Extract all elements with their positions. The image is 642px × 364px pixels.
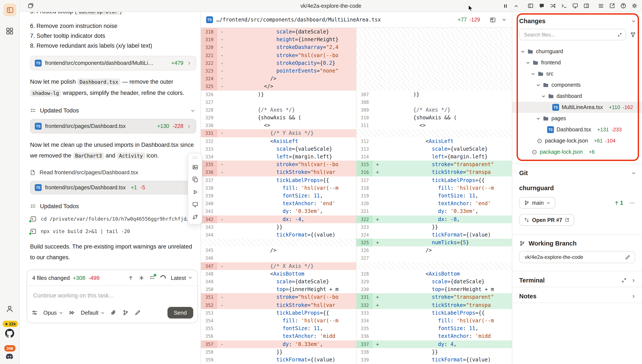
diff-line: 332 <AxisLeft [201,137,356,145]
gear-icon[interactable] [631,2,638,9]
edit-pen-icon[interactable] [135,310,141,316]
collapse-up-icon[interactable] [513,3,519,9]
git-section-header[interactable]: Git [512,164,642,180]
changes-section-header[interactable]: Changes [512,12,642,28]
line-number: 327 [201,98,217,106]
attachment-icon[interactable] [111,310,117,316]
json-lock-icon [537,138,542,144]
inline-code: backdrop-blur [77,12,120,15]
tree-file-MultiLineArea.tsx[interactable]: TSMultiLineArea.tsx+110-162 [512,102,642,113]
diff-line: 325- </> [201,83,356,90]
github-icon[interactable] [5,329,14,338]
branch-select[interactable]: main [519,197,555,208]
fast-forward-icon[interactable] [69,310,75,316]
notes-section-header[interactable]: Notes [512,287,642,302]
terminal-command-row[interactable]: cd /private/var/folders/10/h7w0q46556ggr… [30,216,196,222]
read-file-row[interactable]: Read frontend/src/pages/Dashboard.tsx [30,169,196,176]
model-select[interactable]: Opus [43,310,63,316]
monitor-icon[interactable] [572,2,578,9]
terminal-section-header[interactable]: Terminal [512,271,642,287]
edit-pen-icon[interactable] [625,254,630,260]
search-input[interactable] [523,31,614,38]
panel-left-icon[interactable] [527,2,534,9]
diff-line: 328 {/* Axes */} [201,106,356,114]
code-text: textAnchor: 'midd [382,332,512,340]
copy-icon[interactable] [189,174,201,185]
tree-file-package-lock.json[interactable]: package-lock.json+61-104 [512,135,642,146]
file-change-chip-dashboard-2[interactable]: TS frontend/src/pages/Dashboard.tsx +1 -… [30,181,196,194]
changes-summary-bar[interactable]: 4 files changed +308 -499 [27,270,198,286]
folder-icon [532,60,538,65]
working-branch-input[interactable] [524,254,625,260]
diff-row: 359 tickFormat={(value)339 tickFormat={(… [201,356,512,364]
chevron-down-icon[interactable] [631,19,636,24]
help-icon[interactable] [620,2,626,9]
chevron-right-icon[interactable] [631,294,636,298]
screenshot-icon[interactable] [189,162,201,172]
tree-file-Dashboard.tsx[interactable]: TSDashboard.tsx+131-233 [512,124,642,135]
updated-todos-row[interactable]: Updated Todos [30,203,196,210]
workspace-button[interactable] [4,4,16,16]
monitor-icon[interactable] [189,199,201,210]
file-name: churnguard [536,48,563,54]
typescript-icon: TS [206,16,213,23]
chevron-down-icon[interactable] [631,170,636,175]
todo-status-icon[interactable] [149,275,155,280]
tune-icon[interactable] [31,310,38,316]
tree-folder-pages[interactable]: pages [512,113,642,124]
share-icon[interactable] [609,2,615,9]
chevron-down-icon[interactable] [502,17,507,22]
burst-icon[interactable] [139,275,144,280]
expand-icon[interactable] [621,278,626,283]
diff-body: 318- scale={dateScale}319- height={inner… [201,28,512,364]
diff-marker: - [217,67,227,75]
code-text: stroke="hsl(var(--bo [227,51,356,59]
file-change-chip-dashboard[interactable]: TS frontend/src/pages/Dashboard.tsx +130… [30,119,196,134]
play-icon[interactable] [189,186,201,198]
diff-row: 346327 [201,254,512,262]
menu-icon[interactable] [598,2,604,9]
message-input[interactable] [32,292,194,299]
git-compare-icon[interactable] [189,211,201,222]
tree-folder-src[interactable]: src [512,68,642,80]
shuffle-icon[interactable] [550,2,556,9]
chevron-right-icon[interactable] [631,278,636,283]
diff-marker [217,145,227,153]
line-number: 322 [201,59,217,67]
tree-folder-frontend[interactable]: frontend [512,57,642,68]
tree-folder-churnguard[interactable]: churnguard [512,46,642,57]
collapse-inward-icon[interactable] [617,32,622,37]
tree-folder-components[interactable]: components [512,80,642,90]
pause-icon[interactable] [502,3,508,9]
diff-line: 320 textAnchor: 'end' [356,200,512,207]
tree-folder-dashboard[interactable]: dashboard [512,90,642,102]
diff-marker [217,332,227,340]
diff-marker [217,348,227,356]
panel-right-icon[interactable] [583,2,590,9]
more-options-icon[interactable] [629,200,635,206]
inline-code: Activity [117,152,145,159]
account-icon[interactable] [6,305,14,313]
image-diff-icon[interactable] [489,16,496,23]
discord-icon[interactable] [5,353,14,360]
version-select[interactable]: Latest [171,274,192,281]
scroll-up-icon[interactable] [128,275,133,280]
folder-icon [538,71,544,76]
git-branch-icon[interactable] [123,310,129,316]
terminal-prompt-icon[interactable] [561,2,567,9]
diff-line: 352- tickStroke="hsl(var [201,301,356,309]
filter-icon[interactable] [630,32,636,38]
file-change-chip-multilinearea[interactable]: TS frontend/src/components/dashboard/Mul… [30,56,196,70]
send-button[interactable]: Send [167,307,193,318]
tree-file-package-lock.json[interactable]: package-lock.json+6 [512,146,642,158]
terminal-command-row[interactable]: npx vite build 2>&1 | tail -20 [30,228,196,234]
mode-select[interactable]: Default [81,310,105,316]
layers-icon[interactable] [28,2,34,9]
commits-ahead[interactable]: 1 [614,200,623,206]
diff-marker [217,208,227,215]
open-pr-button[interactable]: Open PR #7 [519,214,574,226]
drag-handle-icon[interactable] [192,155,198,160]
apps-grid-icon[interactable] [6,27,14,35]
updated-todos-row[interactable]: Updated Todos [30,107,196,114]
chat-bubble-icon[interactable] [538,2,545,9]
